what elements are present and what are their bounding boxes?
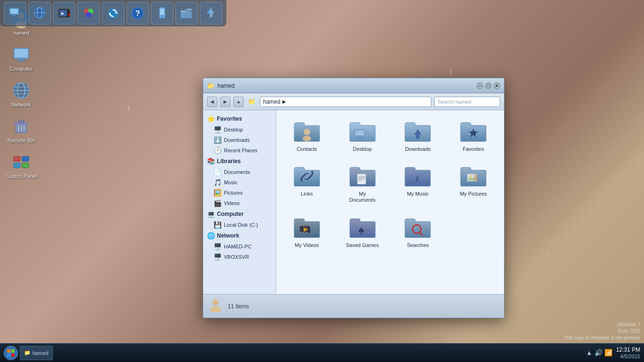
folder-searches[interactable]: Searches <box>392 211 444 252</box>
windows-notice: Windows 7 Build 7601 This copy of Window… <box>564 321 640 341</box>
toolbar-btn-recycle2[interactable] <box>200 2 223 25</box>
folder-my-videos[interactable]: My Videos <box>281 211 333 252</box>
sidebar-item-pictures[interactable]: 🖼️ Pictures <box>203 188 276 198</box>
sidebar-item-hamed-pc[interactable]: 🖥️ HAMED-PC <box>203 241 276 252</box>
clock-area[interactable]: 12:31 PM 4/5/2015 <box>616 346 640 359</box>
folder-desktop[interactable]: Desktop <box>337 115 388 156</box>
close-button[interactable]: ✕ <box>494 82 500 89</box>
svg-point-47 <box>304 129 310 135</box>
desktop-icon-recycle[interactable]: Recycle Bin <box>5 117 38 143</box>
folder-my-music[interactable]: ♪ My Music <box>392 160 444 207</box>
sidebar-computer-header[interactable]: 💻 Computer <box>203 208 276 220</box>
svg-rect-66 <box>300 225 302 226</box>
svg-rect-4 <box>15 49 28 58</box>
sidebar-item-downloads[interactable]: ⬇️ Downloads <box>203 135 276 145</box>
recycle-label: Recycle Bin <box>8 138 35 143</box>
start-button[interactable] <box>4 346 18 360</box>
libraries-label: Libraries <box>217 158 241 165</box>
svg-rect-71 <box>303 232 305 233</box>
downloads-folder-icon <box>404 119 432 144</box>
search-box[interactable]: Search hamed <box>434 97 500 107</box>
recent-sidebar-icon: 🕐 <box>214 147 221 154</box>
my-music-folder-icon: ♪ <box>404 164 432 189</box>
videos-sidebar-icon: 🎬 <box>214 199 221 207</box>
address-bar: ◀ ▶ ▲ 📁 hamed ▶ Search hamed <box>203 93 504 110</box>
explorer-window: 📁 hamed ─ □ ✕ ◀ ▶ ▲ 📁 hamed ▶ Search ham… <box>203 78 504 318</box>
my-documents-folder-icon <box>348 164 377 189</box>
folder-favorites[interactable]: Favorites <box>447 115 499 156</box>
desktop-icon-computer[interactable]: Computer <box>5 45 38 72</box>
sidebar-item-vboxsvr[interactable]: 🖥️ VBOXSVR <box>203 252 276 262</box>
svg-text:●: ● <box>68 12 71 17</box>
back-button[interactable]: ◀ <box>207 97 217 107</box>
toolbar-btn-media[interactable]: ● ▶ <box>53 2 75 25</box>
documents-sidebar-icon: 📄 <box>214 168 221 176</box>
downloads-sidebar-icon: ⬇️ <box>214 136 221 144</box>
status-bar: 11 items <box>203 294 504 318</box>
sidebar-item-videos[interactable]: 🎬 Videos <box>203 198 276 208</box>
forward-button[interactable]: ▶ <box>220 97 231 107</box>
sidebar-item-local-disk[interactable]: 💾 Local Disk (C:) <box>203 220 276 230</box>
sidebar-item-recent[interactable]: 🕐 Recent Places <box>203 145 276 156</box>
tray-network-icon[interactable]: 📶 <box>604 349 612 356</box>
svg-rect-5 <box>18 58 24 60</box>
desktop-icon-network[interactable]: Network <box>5 81 38 107</box>
toolbar-btn-color[interactable] <box>77 2 100 25</box>
svg-rect-6 <box>17 60 26 61</box>
computer-section-label: Computer <box>217 211 244 217</box>
sidebar-item-music[interactable]: 🎵 Music <box>203 177 276 188</box>
saved-games-folder-icon: ♠ <box>348 215 377 240</box>
window-title: hamed <box>217 82 235 89</box>
sidebar-favorites-header[interactable]: ⭐ Favorites <box>203 113 276 124</box>
folder-contacts[interactable]: Contacts <box>281 115 333 156</box>
svg-point-36 <box>86 12 91 17</box>
tray-volume-icon[interactable]: 🔊 <box>594 349 603 356</box>
svg-rect-49 <box>294 123 305 125</box>
network-section-icon: 🌐 <box>207 232 215 239</box>
folder-my-documents[interactable]: My Documents <box>337 160 388 207</box>
local-disk-label: Local Disk (C:) <box>224 222 258 228</box>
maximize-button[interactable]: □ <box>485 82 492 89</box>
svg-rect-51 <box>355 131 364 135</box>
window-controls: ─ □ ✕ <box>477 82 500 89</box>
svg-rect-64 <box>474 175 478 181</box>
search-placeholder: Search hamed <box>438 99 471 105</box>
toolbar-btn-device[interactable] <box>151 2 173 25</box>
address-path[interactable]: hamed ▶ <box>260 97 431 107</box>
folder-saved-games[interactable]: ♠ Saved Games <box>337 211 388 252</box>
sidebar-network-header[interactable]: 🌐 Network <box>203 230 276 241</box>
folder-downloads[interactable]: Downloads <box>392 115 444 156</box>
svg-rect-19 <box>14 156 20 161</box>
sidebar-item-desktop[interactable]: 🖥️ Desktop <box>203 124 276 135</box>
saved-games-label: Saved Games <box>346 242 379 248</box>
up-button[interactable]: ▲ <box>233 97 244 107</box>
my-music-label: My Music <box>407 191 429 197</box>
taskbar-explorer-icon: 📁 <box>24 350 31 356</box>
toolbar-btn-folder[interactable] <box>175 2 198 25</box>
favorites-folder-label: Favorites <box>463 146 484 152</box>
svg-rect-67 <box>303 225 305 226</box>
folder-my-pictures[interactable]: My Pictures <box>447 160 499 207</box>
toolbar-btn-monitor[interactable] <box>4 2 26 25</box>
contacts-label: Contacts <box>297 146 317 152</box>
desktop-sidebar-icon: 🖥️ <box>214 126 221 133</box>
desktop-folder-label: Desktop <box>353 146 372 152</box>
taskbar-explorer-item[interactable]: 📁 hamed <box>20 346 53 360</box>
sidebar-item-documents[interactable]: 📄 Documents <box>203 167 276 177</box>
svg-text:♪: ♪ <box>414 172 420 184</box>
top-toolbar: ● ▶ ? <box>0 0 226 26</box>
my-documents-label: My Documents <box>346 191 379 203</box>
pictures-sidebar-label: Pictures <box>224 190 243 196</box>
svg-rect-25 <box>13 15 16 16</box>
hamed-pc-label: HAMED-PC <box>224 244 252 249</box>
toolbar-btn-help[interactable]: ? <box>126 2 149 25</box>
toolbar-btn-internet[interactable] <box>28 2 51 25</box>
tray-expand-icon[interactable]: ▲ <box>586 349 593 356</box>
sidebar-libraries-header[interactable]: 📚 Libraries <box>203 156 276 167</box>
minimize-button[interactable]: ─ <box>477 82 483 89</box>
folder-links[interactable]: Links <box>281 160 333 207</box>
svg-rect-52 <box>358 137 362 138</box>
network-section-label: Network <box>217 232 239 239</box>
toolbar-btn-sync[interactable] <box>102 2 124 25</box>
desktop-icon-control-panel[interactable]: Control Panel <box>5 153 38 179</box>
